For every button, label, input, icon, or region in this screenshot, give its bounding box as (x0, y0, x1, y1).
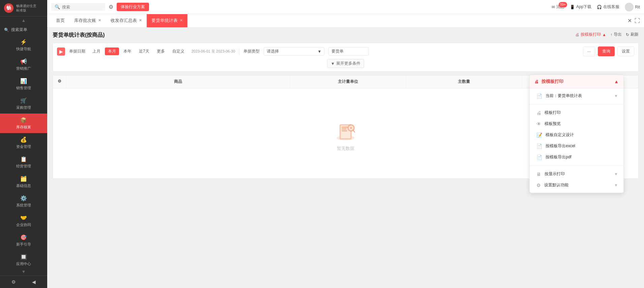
sidebar-item-inventory[interactable]: 📦 库存核算 (0, 114, 47, 133)
dropdown-item-export-excel[interactable]: 📄 按模板导出excel (530, 140, 623, 152)
tab-home[interactable]: 首页 (51, 14, 69, 27)
doc-type-chevron: ▼ (317, 49, 321, 54)
sidebar-toggle-btn[interactable]: ◀ (32, 279, 36, 285)
sidebar-item-collab[interactable]: 🤝 企业协同 (0, 211, 47, 231)
sidebar-search[interactable]: 🔍 搜索菜单 (0, 24, 47, 35)
finance-icon: 💰 (20, 136, 27, 143)
tab-inventory-batch[interactable]: 库存批次账 ✕ (69, 14, 106, 27)
dropdown-item-print-template[interactable]: 🖨 模板打印 (530, 107, 623, 118)
guide-icon: 🎯 (20, 234, 27, 241)
date-buttons: 上月 本月 本年 近7天 更多 自定义 (89, 47, 187, 55)
print-template-btn[interactable]: 🖨 按模板打印 ▲ (575, 32, 606, 37)
preview-icon: 👁 (536, 121, 541, 127)
sidebar-scroll-down[interactable]: ▼ (0, 268, 47, 276)
online-service-btn[interactable]: 🎧 在线客服 (597, 4, 619, 10)
sidebar-item-quick-nav[interactable]: ⚡ 快捷导航 (0, 35, 47, 55)
expand-more-btn[interactable]: ▼ 展开更多条件 (327, 59, 364, 68)
display-print-icon: 🖥 (536, 171, 541, 177)
sidebar-bottom: ⚙ ◀ (0, 276, 47, 288)
dropdown-header: 🖨 按模板打印 ▲ (530, 75, 623, 88)
dropdown-section-items: 🖨 模板打印 👁 模板预览 📝 模板自定义设计 (530, 105, 623, 165)
service-icon: 🎧 (597, 5, 602, 9)
tab-receipt-summary-close[interactable]: ✕ (139, 18, 142, 23)
dropdown-display-print[interactable]: 🖥 按显示打印 ▼ (530, 168, 623, 180)
date-btn-more[interactable]: 更多 (154, 47, 168, 55)
sidebar-item-marketing[interactable]: 📢 营销推广 (0, 55, 47, 74)
date-btn-7days[interactable]: 近7天 (136, 47, 152, 55)
date-btn-custom[interactable]: 自定义 (169, 47, 187, 55)
tab-close-all-btn[interactable]: ✕ (627, 18, 632, 24)
messages-btn[interactable]: ✉ 消息 99+ (552, 4, 564, 10)
empty-illustration (330, 115, 361, 146)
sidebar-item-appstore[interactable]: 🔲 应用中心 (0, 250, 47, 268)
tab-order-stat[interactable]: 要货单统计表 ✕ (147, 14, 187, 27)
logo-text: 畅康通好生意 标准版 (16, 4, 36, 12)
topbar-search-input[interactable] (62, 5, 102, 9)
default-func-chevron: ▼ (614, 183, 618, 188)
more-options-btn[interactable]: ··· (583, 46, 595, 56)
date-btn-last-month[interactable]: 上月 (89, 47, 104, 55)
th-unit: 主计量单位 (290, 75, 406, 88)
filter-row-1: ▶ 单据日期 上月 本月 本年 近7天 更多 自定义 2023-06-01 至 … (57, 46, 634, 56)
tabbar-end: ✕ ⛶ (627, 18, 640, 24)
print-template-icon: 🖨 (536, 110, 541, 116)
sidebar-settings-btn[interactable]: ⚙ (11, 279, 16, 285)
date-btn-this-month[interactable]: 本月 (105, 47, 119, 55)
dropdown-section-current: 📄 当前：要货单统计表 ▼ (530, 88, 623, 103)
sidebar-item-sales[interactable]: 📊 销售管理 (0, 74, 47, 94)
sidebar-scroll-up[interactable]: ▲ (0, 17, 47, 24)
sidebar-item-guide[interactable]: 🎯 新手引导 (0, 231, 47, 250)
export-btn[interactable]: ↑ 导出 (610, 32, 622, 37)
settings-btn[interactable]: 设置 (617, 46, 634, 56)
sidebar-item-system[interactable]: ⚙️ 系统管理 (0, 192, 47, 211)
sidebar-item-purchase[interactable]: 🛒 采购管理 (0, 94, 47, 114)
empty-text: 暂无数据 (337, 146, 354, 152)
filter-toggle-btn[interactable]: ▶ (57, 47, 65, 56)
th-settings[interactable]: ⚙ (53, 75, 66, 88)
topbar-search-icon: 🔍 (55, 4, 60, 9)
export-pdf-icon: 📄 (536, 155, 542, 160)
display-print-chevron: ▼ (614, 172, 618, 177)
page-title: 要货单统计表(按商品) (53, 32, 639, 39)
search-icon: 🔍 (4, 28, 9, 32)
dropdown-item-export-pdf[interactable]: 📄 按模板导出pdf (530, 152, 623, 163)
order-num-input[interactable]: 要货单 (328, 47, 369, 56)
current-template-chevron: ▼ (614, 94, 618, 98)
svg-rect-3 (342, 127, 348, 128)
custom-design-icon: 📝 (536, 132, 542, 138)
topbar-search-box[interactable]: 🔍 (51, 3, 105, 11)
doc-type-select[interactable]: 请选择 ▼ (264, 47, 324, 56)
refresh-btn[interactable]: ↻ 刷新 (626, 32, 639, 37)
tab-expand-btn[interactable]: ⛶ (635, 18, 640, 24)
user-avatar[interactable]: Rit (625, 3, 640, 11)
date-btn-this-year[interactable]: 本年 (120, 47, 135, 55)
sidebar-item-finance[interactable]: 💰 资金管理 (0, 133, 47, 153)
app-download-btn[interactable]: 📱 App下载 (570, 4, 591, 10)
date-filter-label: 单据日期 (69, 49, 85, 54)
logo-icon: 畅 (4, 3, 13, 13)
default-func-icon: ⚙ (536, 183, 541, 188)
dropdown-item-preview[interactable]: 👁 模板预览 (530, 118, 623, 129)
tab-receipt-summary[interactable]: 收发存汇总表 ✕ (106, 14, 147, 27)
tab-inventory-batch-close[interactable]: ✕ (98, 18, 101, 23)
trial-btn[interactable]: 体验行业方案 (117, 3, 149, 11)
query-btn[interactable]: 查询 (598, 46, 615, 56)
page-toolbar: 🖨 按模板打印 ▲ ↑ 导出 ↻ 刷新 (575, 32, 639, 37)
tab-order-stat-close[interactable]: ✕ (180, 18, 183, 23)
topbar-gear-icon[interactable]: ⚙ (109, 4, 113, 10)
svg-rect-4 (342, 129, 346, 130)
basic-icon: 🗂️ (20, 175, 27, 182)
dropdown-print-icon: 🖨 (534, 79, 539, 84)
sidebar-item-operations[interactable]: 📋 经营管理 (0, 153, 47, 172)
filter-divider-1 (239, 48, 239, 55)
dropdown-item-custom-design[interactable]: 📝 模板自定义设计 (530, 129, 623, 140)
dropdown-default-func[interactable]: ⚙ 设置默认功能 ▼ (530, 180, 623, 191)
export-excel-icon: 📄 (536, 143, 542, 149)
dropdown-section-sub: 🖥 按显示打印 ▼ ⚙ 设置默认功能 ▼ (530, 166, 623, 193)
dropdown-close-btn[interactable]: ▲ (614, 79, 619, 84)
print-template-dropdown: 🖨 按模板打印 ▲ 📄 当前：要货单统计表 ▼ 🖨 (529, 75, 624, 193)
sidebar-item-basic[interactable]: 🗂️ 基础信息 (0, 172, 47, 192)
tabbar: 首页 库存批次账 ✕ 收发存汇总表 ✕ 要货单统计表 ✕ ✕ ⛶ (47, 14, 644, 28)
dropdown-current-template[interactable]: 📄 当前：要货单统计表 ▼ (530, 90, 623, 101)
operations-icon: 📋 (20, 156, 27, 162)
